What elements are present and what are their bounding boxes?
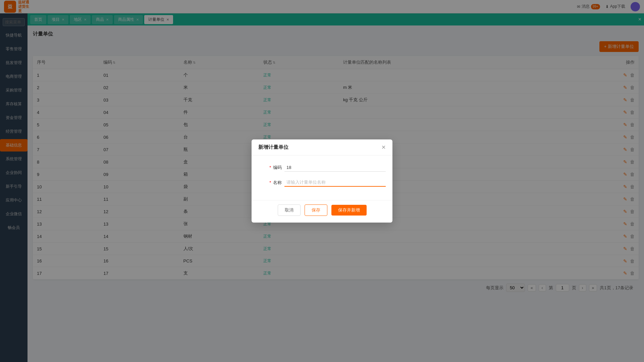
modal-footer: 取消 保存 保存并新增 [252, 200, 392, 223]
modal-body: * 编码 * 名称 [252, 156, 392, 200]
save-button[interactable]: 保存 [305, 204, 327, 216]
modal-close-button[interactable]: ✕ [381, 144, 386, 150]
name-input[interactable] [284, 178, 386, 187]
name-label: * 名称 [258, 180, 282, 186]
add-unit-modal: 新增计量单位 ✕ * 编码 * 名称 [252, 139, 392, 223]
modal-header: 新增计量单位 ✕ [252, 139, 392, 156]
cancel-button[interactable]: 取消 [278, 204, 301, 216]
content-area: 首页 项目 ✕ 地区 ✕ 商品 ✕ 商品属性 ✕ 计量单位 ✕ × [28, 13, 644, 362]
code-field-row: * 编码 [258, 164, 386, 172]
modal-overlay[interactable]: 新增计量单位 ✕ * 编码 * 名称 [28, 13, 644, 362]
name-required-marker: * [269, 180, 271, 185]
modal-title: 新增计量单位 [258, 144, 288, 150]
save-new-button[interactable]: 保存并新增 [331, 205, 367, 216]
main-layout: 快捷导航 零售管理 批发管理 电商管理 采购管理 库存核算 资金管理 经营管理 … [0, 13, 644, 362]
code-required-marker: * [269, 165, 271, 170]
name-field-row: * 名称 [258, 178, 386, 187]
code-input[interactable] [284, 164, 386, 172]
code-label: * 编码 [258, 165, 282, 171]
